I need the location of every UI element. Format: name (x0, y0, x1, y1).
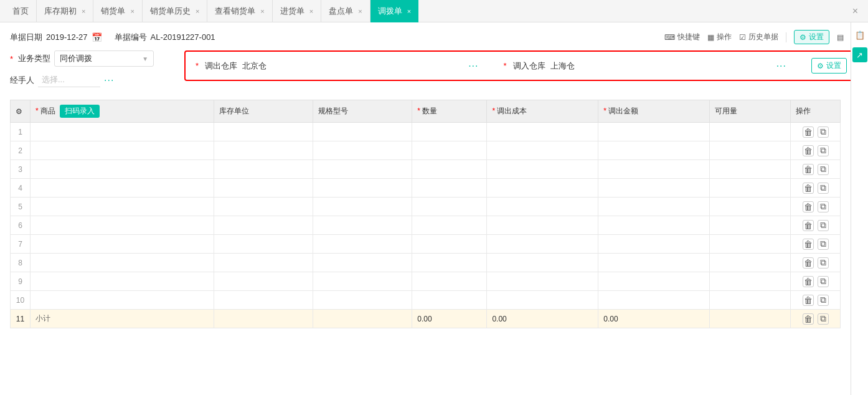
cell-spec-8[interactable] (313, 254, 412, 272)
cell-product-5[interactable] (31, 198, 214, 216)
cell-spec-7[interactable] (313, 235, 412, 254)
copy-icon-1[interactable]: ⧉ (818, 126, 829, 138)
handler-input[interactable]: 选择... (38, 73, 100, 87)
tab-purchase-close[interactable]: × (309, 7, 313, 15)
cell-cost-10[interactable] (487, 291, 598, 310)
cell-amount-8[interactable] (598, 254, 710, 272)
col-gear[interactable]: ⚙ (11, 100, 31, 123)
delete-icon-7[interactable]: 🗑 (803, 239, 814, 250)
out-warehouse-more-button[interactable]: ··· (468, 60, 478, 72)
copy-icon-5[interactable]: ⧉ (818, 201, 829, 212)
tab-sales-history[interactable]: 销货单历史 × (143, 0, 207, 22)
cell-qty-7[interactable] (412, 235, 487, 254)
tab-transfer[interactable]: 调拨单 × (370, 0, 418, 22)
cell-unit-1[interactable] (214, 123, 313, 141)
cell-unit-7[interactable] (214, 235, 313, 254)
cell-amount-10[interactable] (598, 291, 710, 310)
cell-product-3[interactable] (31, 160, 214, 179)
tab-view-sales[interactable]: 查看销货单 × (207, 0, 272, 22)
cell-unit-6[interactable] (214, 216, 313, 235)
cell-product-4[interactable] (31, 179, 214, 198)
cell-product-8[interactable] (31, 254, 214, 272)
cell-unit-3[interactable] (214, 160, 313, 179)
cell-unit-5[interactable] (214, 198, 313, 216)
cell-qty-5[interactable] (412, 198, 487, 216)
cell-qty-4[interactable] (412, 179, 487, 198)
copy-icon-4[interactable]: ⧉ (818, 183, 829, 194)
delete-icon-8[interactable]: 🗑 (803, 257, 814, 269)
right-panel-doc-button[interactable]: 📋 (852, 27, 867, 42)
tab-purchase[interactable]: 进货单 × (273, 0, 321, 22)
cell-unit-9[interactable] (214, 272, 313, 291)
history-button[interactable]: ☑ 历史单据 (739, 32, 778, 42)
cell-unit-2[interactable] (214, 141, 313, 160)
cell-amount-6[interactable] (598, 216, 710, 235)
settings-toolbar-button[interactable]: ⚙ 设置 (794, 30, 829, 44)
delete-icon-5[interactable]: 🗑 (803, 201, 814, 212)
delete-icon-1[interactable]: 🗑 (803, 126, 814, 138)
cell-unit-10[interactable] (214, 291, 313, 310)
cell-amount-3[interactable] (598, 160, 710, 179)
copy-icon-9[interactable]: ⧉ (818, 276, 829, 287)
calendar-icon[interactable]: 📅 (92, 32, 102, 42)
cell-product-7[interactable] (31, 235, 214, 254)
cell-spec-4[interactable] (313, 179, 412, 198)
cell-cost-5[interactable] (487, 198, 598, 216)
tab-view-sales-close[interactable]: × (260, 7, 264, 15)
right-panel-export-button[interactable]: ↗ (852, 47, 867, 62)
cell-spec-9[interactable] (313, 272, 412, 291)
cell-cost-8[interactable] (487, 254, 598, 272)
cell-product-2[interactable] (31, 141, 214, 160)
tab-inventory-check[interactable]: 盘点单 × (321, 0, 370, 22)
copy-icon-6[interactable]: ⧉ (818, 220, 829, 231)
delete-icon-10[interactable]: 🗑 (803, 295, 814, 306)
cell-cost-1[interactable] (487, 123, 598, 141)
cell-amount-9[interactable] (598, 272, 710, 291)
in-warehouse-more-button[interactable]: ··· (776, 60, 786, 72)
cell-cost-6[interactable] (487, 216, 598, 235)
copy-icon-10[interactable]: ⧉ (818, 295, 829, 306)
cell-qty-8[interactable] (412, 254, 487, 272)
cell-spec-5[interactable] (313, 198, 412, 216)
cell-product-10[interactable] (31, 291, 214, 310)
cell-spec-10[interactable] (313, 291, 412, 310)
copy-icon[interactable]: ⧉ (818, 313, 829, 325)
cell-product-9[interactable] (31, 272, 214, 291)
delete-icon-9[interactable]: 🗑 (803, 276, 814, 287)
scrollbar-area[interactable]: ⚙ 商品 扫码录入 库存单位 规格型号 数量 调出成本 调出金额 可用量 操作 (10, 100, 841, 328)
cell-amount-2[interactable] (598, 141, 710, 160)
cell-qty-10[interactable] (412, 291, 487, 310)
cell-qty-1[interactable] (412, 123, 487, 141)
biz-type-select[interactable]: 同价调拨 ▼ (54, 50, 154, 67)
cell-spec-6[interactable] (313, 216, 412, 235)
delete-icon-2[interactable]: 🗑 (803, 145, 814, 156)
tab-inventory-init-close[interactable]: × (82, 7, 85, 15)
cell-unit-8[interactable] (214, 254, 313, 272)
cell-amount-1[interactable] (598, 123, 710, 141)
delete-icon[interactable]: 🗑 (803, 313, 814, 325)
copy-icon-3[interactable]: ⧉ (818, 164, 829, 175)
delete-icon-3[interactable]: 🗑 (803, 164, 814, 175)
cell-qty-6[interactable] (412, 216, 487, 235)
cell-amount-7[interactable] (598, 235, 710, 254)
tab-home[interactable]: 首页 (5, 0, 37, 22)
copy-icon-7[interactable]: ⧉ (818, 239, 829, 250)
operation-button[interactable]: ▦ 操作 (707, 32, 732, 42)
tab-transfer-close[interactable]: × (407, 7, 411, 15)
tab-sales-order[interactable]: 销货单 × (93, 0, 142, 22)
cell-cost-4[interactable] (487, 179, 598, 198)
delete-icon-6[interactable]: 🗑 (803, 220, 814, 231)
cell-cost-3[interactable] (487, 160, 598, 179)
cell-amount-5[interactable] (598, 198, 710, 216)
column-settings-button[interactable]: ⚙ 设置 (811, 58, 847, 74)
copy-icon-2[interactable]: ⧉ (818, 145, 829, 156)
cell-product-1[interactable] (31, 123, 214, 141)
cell-product-6[interactable] (31, 216, 214, 235)
cell-cost-7[interactable] (487, 235, 598, 254)
copy-icon-8[interactable]: ⧉ (818, 257, 829, 269)
tab-sales-order-close[interactable]: × (130, 7, 134, 15)
tab-sales-history-close[interactable]: × (196, 7, 199, 15)
cell-spec-3[interactable] (313, 160, 412, 179)
tab-inventory-init[interactable]: 库存期初 × (37, 0, 93, 22)
cell-spec-2[interactable] (313, 141, 412, 160)
